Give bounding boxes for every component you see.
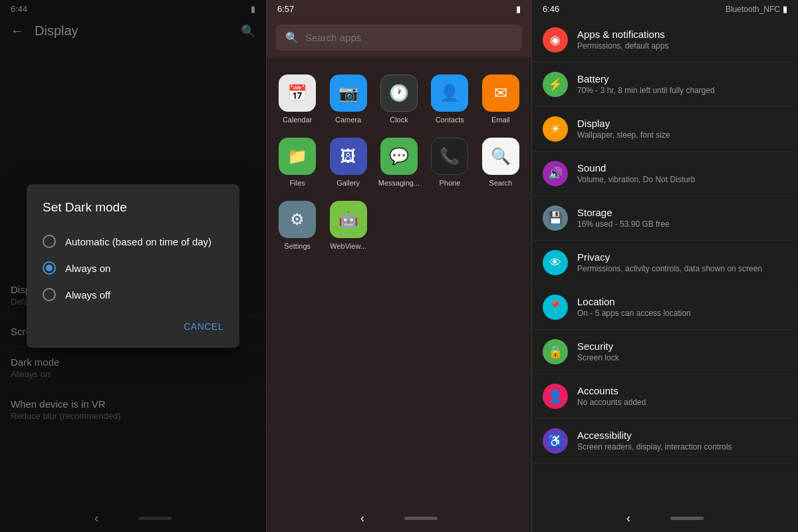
settings-row-accounts[interactable]: 👤AccountsNo accounts added bbox=[532, 374, 798, 419]
settings-title-apps_notifications: Apps & notifications bbox=[577, 29, 787, 40]
settings-text-location: LocationOn - 5 apps can access location bbox=[577, 296, 787, 319]
mid-panel: 6:57 ▮ 🔍 📅Calendar📷Camera🕐Clock👤Contacts… bbox=[266, 0, 532, 532]
settings-title-accessibility: Accessibility bbox=[577, 430, 787, 441]
dialog-overlay: Set Dark mode Automatic (based on time o… bbox=[0, 0, 266, 532]
settings-icon-sound: 🔊 bbox=[543, 161, 568, 186]
settings-title-accounts: Accounts bbox=[577, 385, 787, 396]
app-icon-camera: 📷 bbox=[330, 74, 367, 112]
settings-sub-privacy: Permissions, activity controls, data sho… bbox=[577, 264, 787, 275]
settings-row-privacy[interactable]: 👁PrivacyPermissions, activity controls, … bbox=[532, 241, 798, 285]
settings-row-battery[interactable]: ⚡Battery70% - 3 hr, 8 min left until ful… bbox=[532, 63, 798, 107]
settings-sub-apps_notifications: Permissions, default apps bbox=[577, 41, 787, 52]
right-nav-back[interactable]: ‹ bbox=[626, 511, 630, 525]
settings-sub-storage: 16% used - 53.90 GB free bbox=[577, 219, 787, 230]
settings-sub-location: On - 5 apps can access location bbox=[577, 309, 787, 319]
app-label-email: Email bbox=[491, 116, 510, 124]
settings-icon-accessibility: ♿ bbox=[543, 428, 568, 454]
settings-icon-security: 🔒 bbox=[543, 339, 568, 364]
left-panel: 6:44 ▮ ← Display 🔍 Developers Set Dark m… bbox=[0, 0, 266, 532]
settings-title-sound: Sound bbox=[577, 162, 787, 174]
right-status-bar: 6:46 Bluetooth_NFC ▮ bbox=[532, 0, 798, 18]
app-item-messaging[interactable]: 💬Messaging... bbox=[374, 131, 424, 194]
right-time: 6:46 bbox=[543, 4, 559, 14]
mid-nav-bar: ‹ bbox=[267, 505, 531, 532]
settings-icon-location: 📍 bbox=[543, 295, 568, 320]
settings-row-sound[interactable]: 🔊SoundVolume, vibration, Do Not Disturb bbox=[532, 152, 798, 196]
app-label-messaging: Messaging... bbox=[378, 179, 420, 188]
settings-title-display: Display bbox=[577, 118, 787, 129]
app-item-gallery[interactable]: 🖼Gallery bbox=[323, 131, 373, 194]
app-label-settings: Settings bbox=[284, 242, 311, 251]
radio-circle-always-on bbox=[43, 261, 56, 275]
settings-sub-battery: 70% - 3 hr, 8 min left until fully charg… bbox=[577, 86, 787, 96]
mid-battery: ▮ bbox=[516, 4, 521, 14]
settings-title-security: Security bbox=[577, 340, 787, 352]
settings-icon-storage: 💾 bbox=[543, 205, 568, 231]
app-item-contacts[interactable]: 👤Contacts bbox=[424, 68, 475, 131]
right-battery: ▮ bbox=[783, 4, 787, 14]
settings-row-accessibility[interactable]: ♿AccessibilityScreen readers, display, i… bbox=[532, 419, 798, 464]
app-item-email[interactable]: ✉Email bbox=[475, 68, 526, 131]
app-icon-calendar: 📅 bbox=[279, 74, 316, 112]
settings-row-storage[interactable]: 💾Storage16% used - 53.90 GB free bbox=[532, 196, 798, 241]
app-item-phone[interactable]: 📞Phone bbox=[424, 131, 475, 194]
settings-text-security: SecurityScreen lock bbox=[577, 340, 787, 364]
app-icon-clock: 🕐 bbox=[380, 74, 418, 112]
app-item-files[interactable]: 📁Files bbox=[272, 131, 323, 194]
settings-row-apps_notifications[interactable]: ◉Apps & notificationsPermissions, defaul… bbox=[532, 18, 798, 63]
settings-title-privacy: Privacy bbox=[577, 251, 787, 263]
search-icon: 🔍 bbox=[285, 31, 299, 44]
app-icon-search: 🔍 bbox=[482, 138, 519, 175]
cancel-button[interactable]: CANCEL bbox=[184, 321, 223, 332]
radio-automatic[interactable]: Automatic (based on time of day) bbox=[43, 228, 223, 255]
app-label-clock: Clock bbox=[390, 116, 408, 124]
app-item-settings[interactable]: ⚙Settings bbox=[272, 194, 323, 257]
app-label-gallery: Gallery bbox=[336, 179, 360, 188]
settings-sub-accounts: No accounts added bbox=[577, 398, 787, 408]
mid-nav-back[interactable]: ‹ bbox=[360, 511, 364, 525]
app-item-camera[interactable]: 📷Camera bbox=[323, 68, 373, 131]
settings-sub-sound: Volume, vibration, Do Not Disturb bbox=[577, 175, 787, 186]
radio-label-always-on: Always on bbox=[65, 263, 110, 274]
settings-sub-accessibility: Screen readers, display, interaction con… bbox=[577, 442, 787, 453]
radio-circle-automatic bbox=[43, 235, 56, 248]
settings-icon-apps_notifications: ◉ bbox=[543, 27, 568, 53]
search-input[interactable] bbox=[305, 32, 513, 43]
app-item-webview[interactable]: 🤖WebView... bbox=[323, 194, 373, 257]
settings-title-location: Location bbox=[577, 296, 787, 307]
app-icon-webview: 🤖 bbox=[330, 201, 367, 238]
right-nav-bar: ‹ bbox=[532, 505, 798, 532]
app-item-calendar[interactable]: 📅Calendar bbox=[272, 68, 323, 131]
radio-always-off[interactable]: Always off bbox=[43, 281, 223, 308]
settings-sub-display: Wallpaper, sleep, font size bbox=[577, 130, 787, 141]
app-item-clock[interactable]: 🕐Clock bbox=[374, 68, 424, 131]
search-container: 🔍 bbox=[267, 18, 531, 57]
settings-text-accounts: AccountsNo accounts added bbox=[577, 385, 787, 408]
app-label-search: Search bbox=[489, 179, 512, 188]
settings-sub-security: Screen lock bbox=[577, 353, 787, 364]
apps-grid: 📅Calendar📷Camera🕐Clock👤Contacts✉Email📁Fi… bbox=[267, 57, 531, 269]
settings-text-accessibility: AccessibilityScreen readers, display, in… bbox=[577, 430, 787, 453]
settings-text-privacy: PrivacyPermissions, activity controls, d… bbox=[577, 251, 787, 275]
settings-text-storage: Storage16% used - 53.90 GB free bbox=[577, 207, 787, 230]
settings-row-location[interactable]: 📍LocationOn - 5 apps can access location bbox=[532, 285, 798, 330]
settings-text-battery: Battery70% - 3 hr, 8 min left until full… bbox=[577, 73, 787, 96]
app-label-files: Files bbox=[290, 179, 305, 188]
app-item-search[interactable]: 🔍Search bbox=[475, 131, 526, 194]
app-icon-settings: ⚙ bbox=[279, 201, 316, 238]
settings-row-security[interactable]: 🔒SecurityScreen lock bbox=[532, 330, 798, 374]
settings-row-display[interactable]: ☀DisplayWallpaper, sleep, font size bbox=[532, 107, 798, 152]
right-nav-pill bbox=[670, 517, 704, 520]
radio-label-always-off: Always off bbox=[65, 289, 110, 301]
radio-circle-always-off bbox=[43, 288, 56, 301]
mid-time: 6:57 bbox=[277, 4, 294, 14]
radio-always-on[interactable]: Always on bbox=[43, 255, 223, 281]
bluetooth-label: Bluetooth_NFC bbox=[726, 5, 780, 14]
dialog-actions: CANCEL bbox=[43, 321, 223, 332]
dialog-title: Set Dark mode bbox=[43, 200, 223, 215]
settings-title-storage: Storage bbox=[577, 207, 787, 218]
settings-text-apps_notifications: Apps & notificationsPermissions, default… bbox=[577, 29, 787, 52]
search-bar[interactable]: 🔍 bbox=[276, 25, 522, 51]
app-icon-files: 📁 bbox=[279, 138, 316, 175]
app-icon-email: ✉ bbox=[482, 74, 519, 112]
